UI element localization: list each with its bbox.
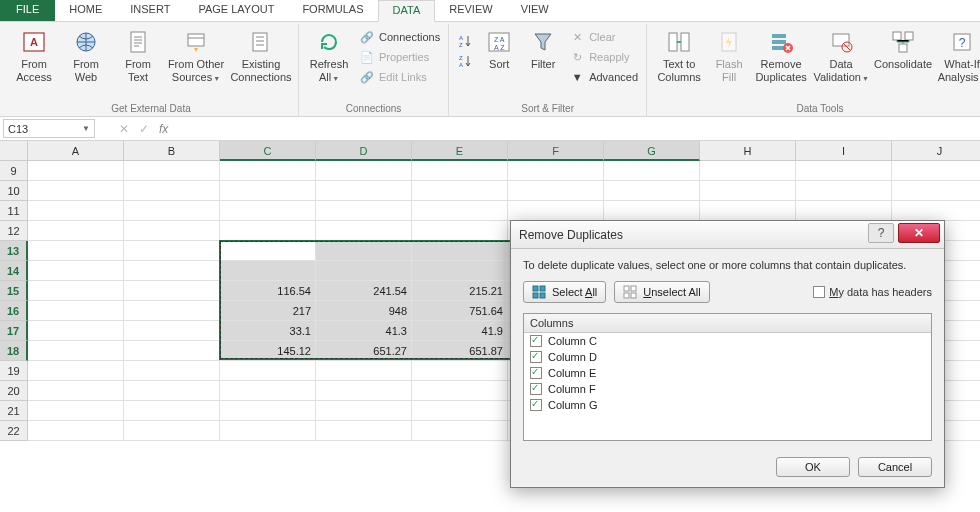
cell-B13[interactable] bbox=[124, 241, 220, 261]
ok-button[interactable]: OK bbox=[776, 457, 850, 477]
cell-F11[interactable] bbox=[508, 201, 604, 221]
cell-C14[interactable] bbox=[220, 261, 316, 281]
cell-B20[interactable] bbox=[124, 381, 220, 401]
cell-F10[interactable] bbox=[508, 181, 604, 201]
cell-D11[interactable] bbox=[316, 201, 412, 221]
edit-links-button[interactable]: 🔗Edit Links bbox=[357, 68, 442, 86]
row-header-13[interactable]: 13 bbox=[0, 241, 28, 261]
from-other-sources-button[interactable]: From Other Sources▼ bbox=[166, 26, 226, 83]
cell-B22[interactable] bbox=[124, 421, 220, 441]
text-to-columns-button[interactable]: Text to Columns bbox=[653, 26, 705, 83]
unselect-all-button[interactable]: Unselect All bbox=[614, 281, 709, 303]
cancel-button[interactable]: Cancel bbox=[858, 457, 932, 477]
tab-review[interactable]: REVIEW bbox=[435, 0, 506, 21]
row-header-18[interactable]: 18 bbox=[0, 341, 28, 361]
cell-A12[interactable] bbox=[28, 221, 124, 241]
flash-fill-button[interactable]: Flash Fill bbox=[709, 26, 749, 83]
cell-I10[interactable] bbox=[796, 181, 892, 201]
cell-D10[interactable] bbox=[316, 181, 412, 201]
cell-C11[interactable] bbox=[220, 201, 316, 221]
cell-B21[interactable] bbox=[124, 401, 220, 421]
dialog-titlebar[interactable]: Remove Duplicates ? ✕ bbox=[511, 221, 944, 249]
row-header-12[interactable]: 12 bbox=[0, 221, 28, 241]
cell-G11[interactable] bbox=[604, 201, 700, 221]
cell-A22[interactable] bbox=[28, 421, 124, 441]
cell-E22[interactable] bbox=[412, 421, 508, 441]
clear-button[interactable]: ✕Clear bbox=[567, 28, 640, 46]
existing-connections-button[interactable]: Existing Connections bbox=[230, 26, 292, 83]
col-header-B[interactable]: B bbox=[124, 141, 220, 161]
cell-C20[interactable] bbox=[220, 381, 316, 401]
cell-C17[interactable]: 33.1 bbox=[220, 321, 316, 341]
cell-D22[interactable] bbox=[316, 421, 412, 441]
cell-I11[interactable] bbox=[796, 201, 892, 221]
tab-pagelayout[interactable]: PAGE LAYOUT bbox=[184, 0, 288, 21]
cell-C12[interactable] bbox=[220, 221, 316, 241]
from-web-button[interactable]: From Web bbox=[62, 26, 110, 83]
cell-A20[interactable] bbox=[28, 381, 124, 401]
cell-D20[interactable] bbox=[316, 381, 412, 401]
cell-H11[interactable] bbox=[700, 201, 796, 221]
sort-az-button[interactable]: AZ bbox=[455, 32, 475, 50]
col-header-E[interactable]: E bbox=[412, 141, 508, 161]
cell-E15[interactable]: 215.21 bbox=[412, 281, 508, 301]
from-access-button[interactable]: A From Access bbox=[10, 26, 58, 83]
help-button[interactable]: ? bbox=[868, 223, 894, 243]
col-header-C[interactable]: C bbox=[220, 141, 316, 161]
name-box[interactable]: C13▼ bbox=[3, 119, 95, 138]
close-button[interactable]: ✕ bbox=[898, 223, 940, 243]
row-header-15[interactable]: 15 bbox=[0, 281, 28, 301]
cell-E17[interactable]: 41.9 bbox=[412, 321, 508, 341]
cell-B18[interactable] bbox=[124, 341, 220, 361]
row-header-11[interactable]: 11 bbox=[0, 201, 28, 221]
tab-file[interactable]: FILE bbox=[0, 0, 55, 21]
cell-D19[interactable] bbox=[316, 361, 412, 381]
cell-G9[interactable] bbox=[604, 161, 700, 181]
cell-E18[interactable]: 651.87 bbox=[412, 341, 508, 361]
cell-E14[interactable] bbox=[412, 261, 508, 281]
cell-J10[interactable] bbox=[892, 181, 980, 201]
tab-formulas[interactable]: FORMULAS bbox=[288, 0, 377, 21]
columns-listbox[interactable]: Columns Column C Column D Column E Colum… bbox=[523, 313, 932, 441]
cell-C9[interactable] bbox=[220, 161, 316, 181]
col-header-G[interactable]: G bbox=[604, 141, 700, 161]
cell-A15[interactable] bbox=[28, 281, 124, 301]
cell-B11[interactable] bbox=[124, 201, 220, 221]
cell-B14[interactable] bbox=[124, 261, 220, 281]
refresh-all-button[interactable]: Refresh All▼ bbox=[305, 26, 353, 83]
what-if-button[interactable]: ? What-If Analysis▼ bbox=[937, 26, 980, 83]
col-header-J[interactable]: J bbox=[892, 141, 980, 161]
cell-D13[interactable] bbox=[316, 241, 412, 261]
sort-button[interactable]: Z AA Z Sort bbox=[479, 26, 519, 71]
row-header-9[interactable]: 9 bbox=[0, 161, 28, 181]
cell-A13[interactable] bbox=[28, 241, 124, 261]
cell-B12[interactable] bbox=[124, 221, 220, 241]
cell-C15[interactable]: 116.54 bbox=[220, 281, 316, 301]
cell-B16[interactable] bbox=[124, 301, 220, 321]
tab-data[interactable]: DATA bbox=[378, 0, 436, 22]
col-header-I[interactable]: I bbox=[796, 141, 892, 161]
advanced-button[interactable]: ▼Advanced bbox=[567, 68, 640, 86]
column-item-2[interactable]: Column E bbox=[524, 365, 931, 381]
cell-A21[interactable] bbox=[28, 401, 124, 421]
cell-E21[interactable] bbox=[412, 401, 508, 421]
tab-insert[interactable]: INSERT bbox=[116, 0, 184, 21]
cell-B17[interactable] bbox=[124, 321, 220, 341]
col-header-H[interactable]: H bbox=[700, 141, 796, 161]
cell-D16[interactable]: 948 bbox=[316, 301, 412, 321]
cell-D14[interactable] bbox=[316, 261, 412, 281]
cell-D21[interactable] bbox=[316, 401, 412, 421]
cell-J9[interactable] bbox=[892, 161, 980, 181]
cell-E10[interactable] bbox=[412, 181, 508, 201]
fx-icon[interactable]: fx bbox=[159, 122, 168, 136]
row-header-17[interactable]: 17 bbox=[0, 321, 28, 341]
column-item-1[interactable]: Column D bbox=[524, 349, 931, 365]
cell-E11[interactable] bbox=[412, 201, 508, 221]
cell-B15[interactable] bbox=[124, 281, 220, 301]
cell-A14[interactable] bbox=[28, 261, 124, 281]
properties-button[interactable]: 📄Properties bbox=[357, 48, 442, 66]
cell-J11[interactable] bbox=[892, 201, 980, 221]
connections-button[interactable]: 🔗Connections bbox=[357, 28, 442, 46]
cell-A19[interactable] bbox=[28, 361, 124, 381]
cell-E9[interactable] bbox=[412, 161, 508, 181]
